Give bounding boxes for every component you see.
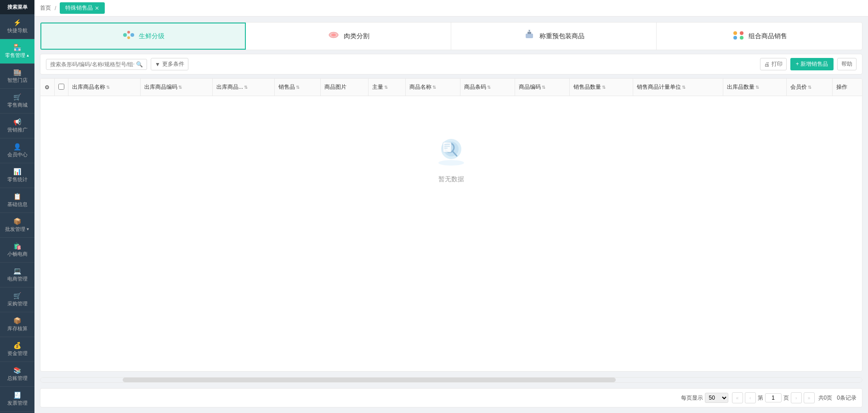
- sidebar-item-label: 库存核算: [7, 325, 28, 332]
- filter-label: 更多条件: [162, 60, 184, 68]
- th-main-unit: 主量 ⇅: [368, 79, 405, 96]
- sort-icon: ⇅: [432, 85, 436, 90]
- page-content: 生鲜分级 肉类分割: [34, 17, 868, 413]
- tab-fresh-grading-label: 生鲜分级: [139, 32, 165, 40]
- sidebar-item-invoice-mgmt[interactable]: 🧾 发票管理: [0, 387, 34, 412]
- print-button[interactable]: 🖨 打印: [760, 58, 787, 70]
- scrollbar-thumb[interactable]: [123, 378, 616, 382]
- sidebar-item-label: 发票管理: [7, 400, 28, 407]
- search-icon: 🔍: [136, 61, 143, 68]
- tab-weight-prepack[interactable]: 称重预包装商品: [451, 23, 657, 50]
- products-table: ⚙ 出库商品名称 ⇅ 出库商品编码: [40, 79, 862, 220]
- svg-rect-6: [526, 34, 533, 38]
- toolbar-left: 🔍 ▼ 更多条件: [46, 58, 188, 70]
- basic-info-icon: 📋: [13, 193, 21, 200]
- smart-store-icon: 🏬: [13, 69, 21, 76]
- active-tab[interactable]: 特殊销售品 ✕: [60, 2, 105, 14]
- add-sale-product-button[interactable]: + 新增销售品: [790, 58, 834, 70]
- svg-point-1: [127, 31, 130, 34]
- inventory-icon: 📦: [13, 317, 21, 324]
- tab-fresh-grading[interactable]: 生鲜分级: [40, 23, 246, 50]
- tab-meat-cutting[interactable]: 肉类分割: [246, 23, 451, 50]
- page-label: 第: [758, 394, 763, 402]
- search-box[interactable]: 🔍: [46, 59, 147, 70]
- select-all-checkbox[interactable]: [58, 84, 64, 90]
- sidebar-item-purchase-mgmt[interactable]: 🛒 采购管理: [0, 287, 34, 312]
- svg-point-14: [438, 160, 464, 166]
- th-product-image: 商品图片: [321, 79, 368, 96]
- sidebar-item-label: 快捷导航: [7, 27, 28, 34]
- filter-button[interactable]: ▼ 更多条件: [151, 58, 188, 70]
- th-warehouse-qty: 出库品数量 ⇅: [723, 79, 786, 96]
- page-first-button[interactable]: «: [732, 392, 743, 403]
- sidebar-item-label: 总账管理: [7, 375, 28, 382]
- sidebar-logo[interactable]: 搜索菜单: [0, 0, 34, 14]
- main-content: 首页 / 特殊销售品 ✕ 生鲜分级: [34, 0, 868, 413]
- purchase-mgmt-icon: 🛒: [13, 292, 21, 299]
- sidebar-item-member-center[interactable]: 👤 会员中心: [0, 138, 34, 163]
- svg-rect-7: [528, 32, 531, 34]
- sidebar-item-basic-info[interactable]: 📋 基础信息: [0, 188, 34, 213]
- sidebar-item-label: 智慧门店: [7, 77, 28, 84]
- sidebar-item-retail-stats[interactable]: 📊 零售统计: [0, 163, 34, 188]
- sidebar-item-quick-nav[interactable]: ⚡ 快捷导航: [0, 14, 34, 39]
- sort-icon: ⇅: [808, 85, 811, 90]
- th-settings[interactable]: ⚙: [40, 79, 54, 96]
- page-size-label: 每页显示: [681, 394, 703, 402]
- th-product-code: 商品编码 ⇅: [515, 79, 569, 96]
- sidebar-item-mini-ecom[interactable]: 🛍️ 小畅电商: [0, 238, 34, 263]
- member-center-icon: 👤: [13, 143, 21, 150]
- svg-point-0: [123, 33, 127, 37]
- meat-cutting-icon: [327, 30, 340, 42]
- th-warehouse-name: 出库商品名称 ⇅: [68, 79, 140, 96]
- page-number-input[interactable]: [765, 393, 782, 402]
- page-next-button[interactable]: ›: [791, 392, 802, 403]
- th-sale-item: 销售品 ⇅: [275, 79, 321, 96]
- sidebar-item-label: 批发管理 ▼: [5, 226, 30, 233]
- th-sale-unit: 销售商品计量单位 ⇅: [633, 79, 723, 96]
- sidebar-item-inventory[interactable]: 📦 库存核算: [0, 312, 34, 337]
- sidebar-item-label: 采购管理: [7, 300, 28, 307]
- ecom-mgmt-icon: 💻: [13, 267, 21, 275]
- breadcrumb-home[interactable]: 首页: [40, 4, 51, 12]
- page-prev-button[interactable]: ‹: [745, 392, 756, 403]
- invoice-mgmt-icon: 🧾: [13, 391, 21, 399]
- svg-point-12: [733, 36, 737, 40]
- sidebar-item-finance[interactable]: 💰 资金管理: [0, 337, 34, 362]
- sort-icon: ⇅: [755, 85, 759, 90]
- combo-sales-icon: [732, 30, 745, 42]
- th-checkbox[interactable]: [54, 79, 68, 96]
- sidebar-item-label: 小畅电商: [7, 251, 28, 258]
- sort-icon: ⇅: [682, 85, 686, 90]
- svg-rect-19: [443, 142, 451, 152]
- sidebar-item-retail-mgmt[interactable]: 🏪 零售管理 ▲: [0, 39, 34, 64]
- svg-point-3: [127, 36, 130, 39]
- tab-close-icon[interactable]: ✕: [95, 5, 99, 11]
- search-input[interactable]: [50, 61, 134, 68]
- table-container: ⚙ 出库商品名称 ⇅ 出库商品编码: [40, 78, 862, 372]
- page-unit: 页: [783, 394, 789, 402]
- page-last-button[interactable]: »: [804, 392, 815, 403]
- add-sale-product-label: + 新增销售品: [796, 60, 828, 68]
- pagination-size: 每页显示 10 20 50 100: [681, 393, 728, 403]
- sidebar-item-general-ledger[interactable]: 📚 总账管理: [0, 362, 34, 387]
- print-icon: 🖨: [764, 61, 770, 68]
- sidebar-item-label: 电商管理: [7, 275, 28, 282]
- sidebar-item-smart-store[interactable]: 🏬 智慧门店: [0, 64, 34, 89]
- sidebar-item-wholesale-mgmt[interactable]: 📦 批发管理 ▼: [0, 213, 34, 238]
- tab-combo-sales[interactable]: 组合商品销售: [657, 23, 862, 50]
- sort-icon: ⇅: [542, 85, 545, 90]
- empty-state: 暂无数据: [40, 96, 862, 220]
- scrollbar-wrapper[interactable]: [40, 377, 862, 383]
- page-size-select[interactable]: 10 20 50 100: [705, 393, 728, 403]
- help-label: 帮助: [841, 61, 852, 67]
- print-label: 打印: [772, 60, 783, 68]
- empty-state-row: 暂无数据: [40, 96, 862, 221]
- help-button[interactable]: 帮助: [837, 58, 857, 70]
- sort-icon: ⇅: [602, 85, 606, 90]
- active-tab-label: 特殊销售品: [65, 4, 93, 12]
- svg-point-9: [528, 30, 530, 31]
- sidebar-item-ecom-mgmt[interactable]: 💻 电商管理: [0, 263, 34, 287]
- sidebar-item-marketing[interactable]: 📢 营销推广: [0, 114, 34, 138]
- sidebar-item-retail-mall[interactable]: 🛒 零售商城: [0, 89, 34, 114]
